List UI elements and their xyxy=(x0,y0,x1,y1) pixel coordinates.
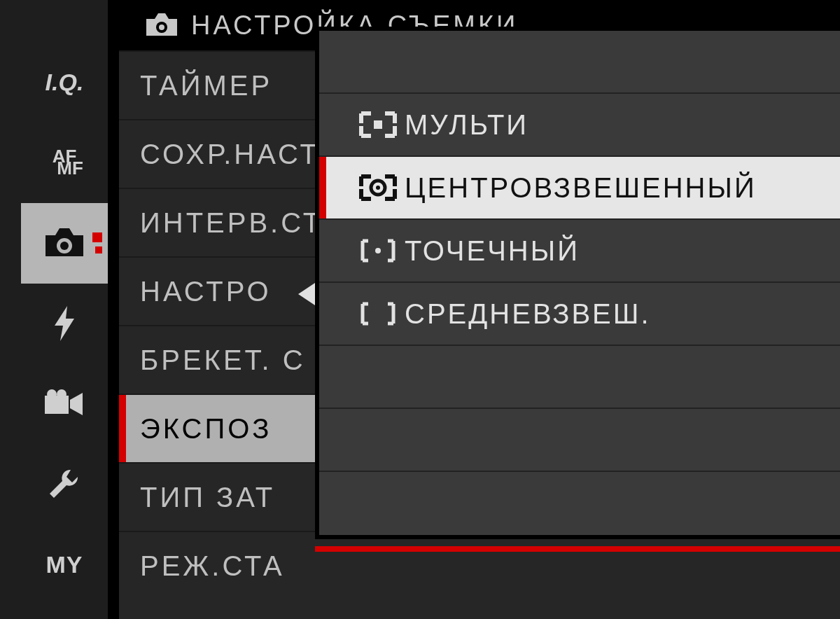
sidebar-mf-label: MF xyxy=(57,160,83,176)
metering-option-spot[interactable]: ТОЧЕЧНЫЙ xyxy=(319,220,840,283)
option-label: ТОЧЕЧНЫЙ xyxy=(405,235,580,267)
flash-icon xyxy=(50,305,78,342)
center-weighted-metering-icon xyxy=(358,174,398,202)
sidebar-item-camera[interactable] xyxy=(21,203,108,284)
sidebar-item-video[interactable] xyxy=(21,363,108,444)
spot-metering-icon xyxy=(358,237,398,265)
sidebar-item-setup[interactable] xyxy=(21,444,108,524)
average-metering-icon xyxy=(358,300,398,328)
svg-rect-7 xyxy=(374,120,382,129)
metering-option-average[interactable]: СРЕДНЕВЗВЕШ. xyxy=(319,283,840,346)
camera-icon xyxy=(144,12,180,39)
sidebar-item-iq[interactable]: I.Q. xyxy=(21,42,108,123)
sidebar-item-af-mf[interactable]: AF MF xyxy=(21,123,108,203)
sidebar-item-my[interactable]: MY xyxy=(21,524,108,605)
option-label: МУЛЬТИ xyxy=(405,109,528,141)
svg-point-3 xyxy=(47,389,57,399)
metering-option-center-weighted[interactable]: ЦЕНТРОВЗВЕШЕННЫЙ xyxy=(319,157,840,220)
sidebar: I.Q. AF MF xyxy=(0,0,108,619)
svg-point-4 xyxy=(57,389,66,399)
option-label: СРЕДНЕВЗВЕШ. xyxy=(405,298,651,330)
popup-arrow-left-icon xyxy=(298,283,315,305)
svg-point-6 xyxy=(159,25,164,30)
sidebar-item-flash[interactable] xyxy=(21,284,108,364)
option-label: ЦЕНТРОВЗВЕШЕННЫЙ xyxy=(405,172,757,204)
svg-point-1 xyxy=(60,242,69,250)
metering-option-multi[interactable]: МУЛЬТИ xyxy=(319,94,840,157)
video-icon xyxy=(43,389,85,419)
popup-blank-row xyxy=(319,409,840,472)
popup-blank-row xyxy=(319,346,840,409)
metering-popup: МУЛЬТИ ЦЕНТРОВЗВЕШЕННЫЙ ТОЧЕЧНЫЙ СРЕДНЕВ… xyxy=(315,27,840,539)
wrench-icon xyxy=(47,467,82,502)
svg-point-9 xyxy=(376,186,380,190)
menu-item-stabilization[interactable]: РЕЖ.СТА xyxy=(119,531,840,599)
svg-point-10 xyxy=(375,248,381,253)
svg-rect-2 xyxy=(45,396,69,414)
popup-blank-row xyxy=(319,472,840,535)
popup-accent-bar xyxy=(315,546,840,552)
camera-tab-indicator xyxy=(92,232,102,253)
camera-icon xyxy=(40,225,89,260)
multi-metering-icon xyxy=(358,111,398,139)
popup-blank-row xyxy=(319,31,840,94)
